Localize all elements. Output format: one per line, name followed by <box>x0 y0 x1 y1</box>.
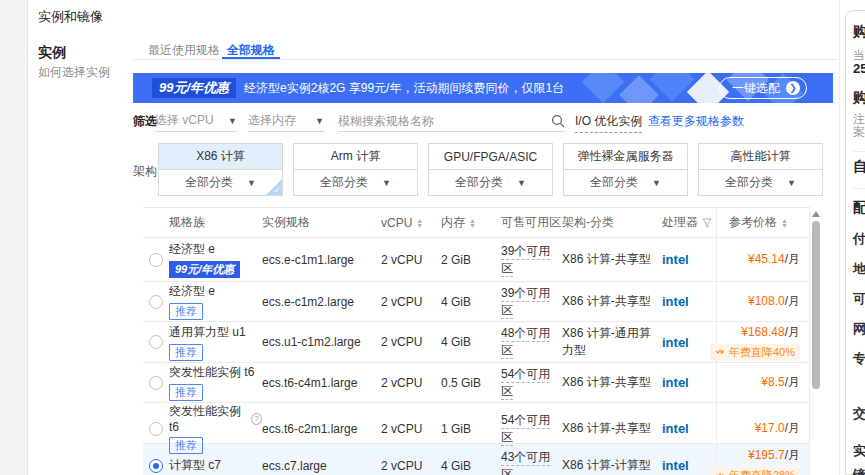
annual-discount-badge: 年费直降28% <box>710 467 800 475</box>
arch-tab-arm[interactable]: Arm 计算 全部分类 ▼ <box>293 143 418 196</box>
table-row[interactable]: 通用算力型 u1 推荐 ecs.u1-c1m2.large 2 vCPU 4 G… <box>143 322 809 363</box>
family-name: 突发性能实例 t6 <box>169 403 248 434</box>
panel-field-label: 专有 <box>853 350 865 368</box>
row-radio[interactable] <box>149 376 163 390</box>
panel-field-label: 交换 <box>853 405 865 423</box>
chevron-down-icon: ▼ <box>247 178 256 188</box>
arch-x86-category-select[interactable]: 全部分类 ▼ <box>159 170 282 195</box>
price-cell: ¥108.0/月 <box>716 282 810 321</box>
arch-bare-metal-category-value: 全部分类 <box>590 174 638 191</box>
ecs-instance-selection-page: 实例和镜像 实例 如何选择实例 最近使用规格 全部规格 99元/年优惠 经济型e… <box>0 0 865 475</box>
promo-badge: 99元/年优惠 <box>152 78 236 98</box>
row-radio[interactable] <box>149 295 163 309</box>
table-row[interactable]: 突发性能实例 t6 推荐 ecs.t6-c4m1.large 2 vCPU 0.… <box>143 363 809 403</box>
page-title: 实例和镜像 <box>38 8 103 26</box>
one-click-select-button[interactable]: 一键选配 ❯ <box>719 77 807 99</box>
discount-arrow-icon <box>715 348 726 356</box>
family-name: 计算型 c7 <box>169 457 221 474</box>
order-summary-panel: 购买 当前 25G 购买 注意 案， 自定 配置 付费 地域 可用 网络 专有 … <box>845 10 865 475</box>
panel-field-label: 付费 <box>853 230 865 248</box>
arch-tab-hpc[interactable]: 高性能计算 全部分类 ▼ <box>698 143 823 196</box>
instance-spec: ecs.u1-c1m2.large <box>262 335 381 349</box>
arch-arm-category-select[interactable]: 全部分类 ▼ <box>294 170 417 195</box>
how-to-choose-instance-link[interactable]: 如何选择实例 <box>38 64 110 81</box>
arch-tab-bare-metal-label: 弹性裸金属服务器 <box>564 144 687 170</box>
header-memory: 内存▲▼ <box>441 214 501 231</box>
arch-tab-x86-label: X86 计算 <box>159 144 282 170</box>
vcpu-select[interactable]: 选择 vCPU ▼ <box>155 110 237 132</box>
header-arch: 架构-分类 <box>562 214 662 231</box>
row-radio-checked[interactable] <box>149 459 163 473</box>
family-name: 经济型 e <box>169 283 215 300</box>
help-icon[interactable]: ? <box>251 413 262 425</box>
intel-logo: intel <box>662 294 689 309</box>
zones-value[interactable]: 54个可用区 <box>501 367 550 400</box>
arch-tab-bare-metal[interactable]: 弹性裸金属服务器 全部分类 ▼ <box>563 143 688 196</box>
chevron-down-icon: ▼ <box>787 178 796 188</box>
promo-banner: 99元/年优惠 经济型e实例2核2G 享99元/年，活动期间续费同价，仅限1台 … <box>133 73 833 103</box>
price-cell: ¥195.7/月 年费直降28% <box>716 444 810 475</box>
chevron-down-icon: ▼ <box>652 178 661 188</box>
vcpu-select-placeholder: 选择 vCPU <box>155 112 214 129</box>
chevron-down-icon: ▼ <box>382 178 391 188</box>
vcpu-value: 2 vCPU <box>381 295 441 309</box>
chevron-down-icon: ▼ <box>517 178 526 188</box>
discount-arrow-icon <box>715 472 726 475</box>
architecture-tabs: X86 计算 全部分类 ▼ ✓ Arm 计算 全部分类 ▼ GPU/FPGA/A… <box>158 143 823 196</box>
intel-logo: intel <box>662 252 689 267</box>
arch-hpc-category-select[interactable]: 全部分类 ▼ <box>699 170 822 195</box>
spec-search-input[interactable] <box>338 114 551 128</box>
price-cell: ¥45.14/月 <box>716 238 810 281</box>
io-optimized-label[interactable]: I/O 优化实例 <box>575 113 642 133</box>
search-icon[interactable] <box>551 114 565 128</box>
table-row[interactable]: 经济型 e 推荐 ecs.e-c1m2.large 2 vCPU 4 GiB 3… <box>143 282 809 322</box>
arch-tab-hpc-label: 高性能计算 <box>699 144 822 170</box>
zones-value[interactable]: 48个可用区 <box>501 326 550 359</box>
check-icon: ✓ <box>273 185 281 195</box>
arch-tab-x86[interactable]: X86 计算 全部分类 ▼ ✓ <box>158 143 283 196</box>
zones-value[interactable]: 39个可用区 <box>501 286 550 319</box>
spec-table: 规格族 实例规格 vCPU▲▼ 内存▲▼ 可售可用区 架构-分类 处理器 参考价… <box>143 207 810 475</box>
section-title-instance: 实例 <box>38 44 66 62</box>
table-row[interactable]: 突发性能实例 t6 ? 推荐 ecs.t6-c2m1.large 2 vCPU … <box>143 403 809 444</box>
scrollbar-thumb[interactable] <box>812 221 820 389</box>
arch-gpu-category-value: 全部分类 <box>455 174 503 191</box>
panel-field-label: 网络 <box>853 320 865 338</box>
zones-value[interactable]: 43个可用区 <box>501 450 550 475</box>
sort-icon[interactable]: ▲▼ <box>416 218 423 228</box>
instance-spec: ecs.e-c1m2.large <box>262 295 381 309</box>
table-row[interactable]: 经济型 e 99元/年优惠 ecs.e-c1m1.large 2 vCPU 2 … <box>143 238 809 282</box>
price-cell: ¥8.5/月 <box>716 363 810 402</box>
panel-field-label: 镜像 <box>853 466 865 475</box>
more-spec-params-link[interactable]: 查看更多规格参数 <box>648 113 744 130</box>
zones-value[interactable]: 39个可用区 <box>501 244 550 277</box>
scroll-up-arrow-icon[interactable] <box>812 211 820 217</box>
promo-price-badge: 99元/年优惠 <box>169 261 240 278</box>
family-cell: 经济型 e 99元/年优惠 <box>169 241 262 278</box>
family-cell: 经济型 e 推荐 <box>169 283 262 320</box>
zones-value[interactable]: 54个可用区 <box>501 413 550 446</box>
row-radio[interactable] <box>149 422 163 436</box>
memory-value: 1 GiB <box>441 422 501 436</box>
arch-category-value: X86 计算-计算型 <box>562 457 662 474</box>
arch-bare-metal-category-select[interactable]: 全部分类 ▼ <box>564 170 687 195</box>
row-radio[interactable] <box>149 253 163 267</box>
sort-icon[interactable]: ▲▼ <box>781 218 788 228</box>
filter-funnel-icon[interactable] <box>702 218 712 228</box>
vcpu-value: 2 vCPU <box>381 335 441 349</box>
left-gutter <box>0 0 28 475</box>
row-radio[interactable] <box>149 335 163 349</box>
panel-divider <box>853 188 865 189</box>
panel-field-label: 地域 <box>853 260 865 278</box>
sort-icon[interactable]: ▲▼ <box>469 218 476 228</box>
recommended-badge: 推荐 <box>169 344 203 361</box>
arch-tab-gpu-fpga-asic[interactable]: GPU/FPGA/ASIC 全部分类 ▼ <box>428 143 553 196</box>
memory-select[interactable]: 选择内存 ▼ <box>248 110 324 132</box>
arch-category-value: X86 计算-共享型 <box>562 293 662 310</box>
memory-value: 4 GiB <box>441 335 501 349</box>
instance-spec: ecs.t6-c4m1.large <box>262 376 381 390</box>
tab-recent-specs[interactable]: 最近使用规格 <box>148 42 220 59</box>
arch-gpu-category-select[interactable]: 全部分类 ▼ <box>429 170 552 195</box>
architecture-label: 架构 <box>133 163 157 180</box>
table-scrollbar <box>811 207 821 475</box>
